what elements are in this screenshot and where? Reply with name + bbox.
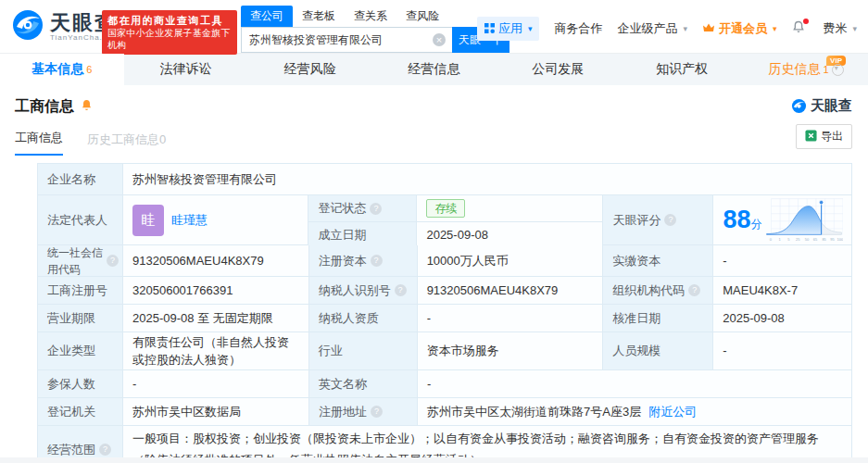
field-label: 注册资本 [309,245,418,277]
clear-icon[interactable] [433,33,446,46]
business-scope-label: 经营范围 [47,441,95,459]
legal-rep-cell: 眭 眭瑾慧 [123,195,308,245]
tab-history-info[interactable]: VIP 历史信息 1 [744,54,868,85]
section-title: 工商信息 [15,97,74,117]
tab-label: 基本信息 [31,61,83,78]
field-value: 10000万人民币 [418,245,604,277]
business-cooperation-link[interactable]: 商务合作 [554,20,602,37]
search-area: 查公司 查老板 查关系 查风险 天眼一下 [241,6,509,53]
apps-menu[interactable]: 应用 [477,17,540,41]
field-label: 纳税人识别号 [309,277,418,305]
credit-code-label: 统一社会信用代码 [47,244,103,278]
field-value: 91320506MAEU4K8X79 [123,245,309,277]
score-value: 88 [723,206,750,233]
help-icon[interactable] [688,284,700,296]
page-bottom-strip [0,457,868,463]
table-row: 法定代表人 眭 眭瑾慧 登记状态 存续 成立日期 2025-09-08 [38,195,852,245]
table-row: 工商注册号 320506001766391 纳税人识别号 91320506MAE… [38,277,852,305]
tab-company-development[interactable]: 公司发展 [496,54,620,85]
subtab-history-registration[interactable]: 历史工商信息0 [87,131,166,156]
tab-intellectual-property[interactable]: 知识产权 [620,54,744,85]
tab-label: 经营信息 [409,61,460,78]
svg-text:50: 50 [805,236,810,241]
excel-icon [805,130,817,144]
field-label: 登记机关 [38,398,123,426]
table-row: 企业类型 有限责任公司（非自然人投资或控股的法人独资） 行业 资本市场服务 人员… [38,332,852,370]
tab-operating-risk[interactable]: 经营风险 [248,54,372,85]
svg-text:1: 1 [779,236,782,241]
tab-label: 知识产权 [656,61,708,78]
field-label: 企业名称 [38,164,123,195]
field-value: - [123,370,309,398]
field-label: 纳税人资质 [309,305,418,332]
score-label: 天眼评分 [612,211,660,230]
help-icon[interactable] [664,214,676,226]
watermark-text: 天眼查 [811,97,852,115]
help-icon[interactable] [371,406,383,418]
table-row: 登记机关 苏州市吴中区数据局 注册地址 苏州市吴中区太湖街道前珠路7号A座3层 … [38,398,852,426]
table-row: 参保人数 - 英文名称 - [38,370,852,398]
avatar[interactable]: 眭 [132,205,164,236]
enterprise-products-menu[interactable]: 企业级产品 [617,20,687,37]
status-badge: 存续 [426,199,465,218]
search-tab-risk[interactable]: 查风险 [396,6,448,27]
svg-text:0: 0 [770,236,773,241]
search-tab-company[interactable]: 查公司 [241,6,293,27]
export-label: 导出 [821,129,843,144]
table-row: 统一社会信用代码 91320506MAEU4K8X79 注册资本 10000万人… [38,245,852,277]
svg-text:85: 85 [823,236,827,241]
company-nav-tabs: 基本信息 6 法律诉讼 经营风险 经营信息 公司发展 知识产权 VIP 历史信息… [0,53,868,85]
apps-grid-icon [484,22,495,36]
field-label: 英文名称 [309,370,418,398]
notifications-button[interactable] [791,20,808,37]
nearby-companies-link[interactable]: 附近公司 [648,403,697,421]
search-tab-boss[interactable]: 查老板 [293,6,345,27]
reg-address-label: 注册地址 [319,403,367,421]
field-label: 注册地址 [309,398,418,426]
field-label: 营业期限 [38,305,123,332]
apps-label: 应用 [498,20,522,37]
promo-line2: 国家中小企业发展子基金旗下机构 [107,27,232,51]
field-value: - [418,370,852,398]
open-vip-menu[interactable]: 开通会员 [702,20,777,37]
help-icon[interactable] [107,255,119,267]
reg-status-cell: 存续 [417,195,603,222]
header-menu: 应用 商务合作 企业级产品 开通会员 费米 [477,17,857,41]
table-row: 企业名称 苏州智核投资管理有限公司 [38,164,852,195]
tab-legal-proceedings[interactable]: 法律诉讼 [124,54,248,85]
tab-basic-info[interactable]: 基本信息 6 [0,54,124,85]
chevron-down-circle-icon [832,64,844,76]
field-label: 实缴资本 [603,245,713,277]
user-menu[interactable]: 费米 [823,20,857,37]
table-row: 营业期限 2025-09-08 至 无固定期限 纳税人资质 - 核准日期 202… [38,305,852,332]
help-icon[interactable] [395,284,407,296]
score-cell[interactable]: 88分 0 1 [713,195,852,245]
registration-table: 企业名称 苏州智核投资管理有限公司 法定代表人 眭 眭瑾慧 登记状态 存续 [37,163,852,463]
field-label: 天眼评分 [603,195,713,245]
field-label: 人员规模 [603,332,713,370]
search-type-tabs: 查公司 查老板 查关系 查风险 [241,6,509,27]
reg-status-label: 登记状态 [318,199,366,218]
field-label: 登记状态 [308,195,417,222]
subtab-current-registration[interactable]: 工商信息 [15,130,63,156]
help-icon[interactable] [370,203,382,215]
field-value: 91320506MAEU4K8X79 [418,277,604,305]
score-distribution-chart: 0 1 5 25 50 65 85 95 100 [765,198,843,243]
tab-operating-info[interactable]: 经营信息 [372,54,497,85]
field-value: 有限责任公司（非自然人投资或控股的法人独资） [123,332,309,370]
export-button[interactable]: 导出 [796,124,852,149]
field-value: 2025-09-08 [713,305,852,332]
field-label: 统一社会信用代码 [38,245,123,277]
legal-rep-link[interactable]: 眭瑾慧 [171,211,208,230]
enterprise-label: 企业级产品 [617,20,677,37]
field-label: 行业 [309,332,418,370]
field-value: - [713,245,852,277]
taxpayer-id-label: 纳税人识别号 [319,282,391,300]
search-tab-relation[interactable]: 查关系 [345,6,396,27]
help-icon[interactable] [99,444,111,456]
search-input[interactable] [241,27,452,53]
notification-dot [803,19,809,24]
field-label: 工商注册号 [38,277,123,305]
subscribe-bell-icon[interactable] [80,98,94,117]
help-icon[interactable] [371,255,383,267]
